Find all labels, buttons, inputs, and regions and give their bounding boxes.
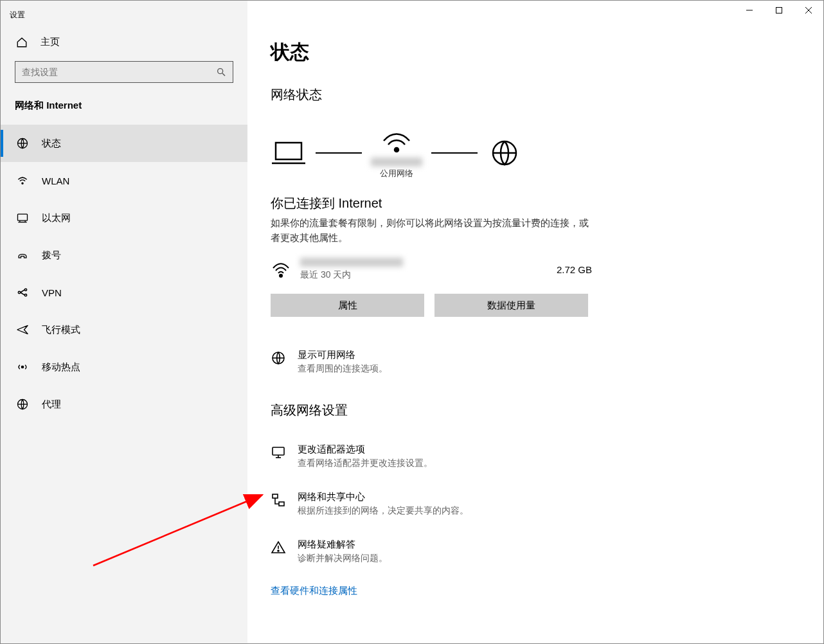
sidebar-section-header: 网络和 Internet [1, 94, 247, 120]
globe-icon [16, 137, 29, 150]
home-label: 主页 [40, 36, 60, 48]
titlebar [735, 1, 823, 20]
svg-point-11 [24, 294, 26, 296]
home-icon [16, 37, 28, 48]
svg-rect-33 [279, 502, 284, 506]
nav-label: 拨号 [42, 249, 61, 262]
show-networks-item[interactable]: 显示可用网络 查看周围的连接选项。 [271, 343, 605, 381]
properties-button[interactable]: 属性 [271, 294, 424, 317]
action-title: 网络和共享中心 [298, 491, 469, 503]
svg-point-35 [278, 550, 279, 551]
airplane-icon [16, 323, 29, 336]
diagram-line [316, 152, 362, 154]
action-title: 网络疑难解答 [298, 539, 388, 551]
wifi-icon [379, 127, 415, 155]
advanced-title: 高级网络设置 [271, 397, 823, 429]
action-title: 更改适配器选项 [298, 443, 433, 456]
maximize-button[interactable] [764, 1, 794, 20]
svg-line-13 [21, 292, 25, 295]
wifi-icon [16, 174, 29, 187]
ssid-blurred [300, 258, 403, 267]
usage-range: 最近 30 天内 [300, 268, 548, 281]
action-title: 显示可用网络 [298, 349, 388, 361]
svg-rect-21 [276, 143, 301, 159]
search-box[interactable] [15, 61, 233, 83]
nav-label: 状态 [42, 138, 61, 150]
close-button[interactable] [794, 1, 823, 20]
data-usage-button[interactable]: 数据使用量 [434, 294, 588, 317]
diagram-line [431, 152, 478, 154]
nav-item-ethernet[interactable]: 以太网 [1, 199, 247, 237]
main-content: 状态 网络状态 公用网络 你已连接到 Internet 如果你的流量套餐有限制，… [247, 1, 823, 643]
search-input[interactable] [22, 67, 216, 77]
nav-item-airplane[interactable]: 飞行模式 [1, 311, 247, 348]
adapter-options-item[interactable]: 更改适配器选项 查看网络适配器并更改连接设置。 [271, 437, 605, 476]
svg-point-4 [22, 183, 23, 184]
nav-item-wlan[interactable]: WLAN [1, 162, 247, 199]
ethernet-icon [16, 211, 29, 224]
nav-label: 飞行模式 [42, 324, 80, 336]
network-status-title: 网络状态 [271, 81, 823, 114]
diagram-wifi: 公用网络 [371, 127, 422, 179]
network-type: 公用网络 [380, 168, 413, 179]
action-desc: 诊断并解决网络问题。 [298, 551, 388, 564]
svg-point-9 [18, 291, 20, 293]
network-icon [271, 492, 286, 508]
nav-label: 以太网 [42, 212, 71, 224]
app-title: 设置 [1, 6, 247, 30]
connected-title: 你已连接到 Internet [271, 179, 823, 212]
ssid-blurred [371, 157, 422, 166]
monitor-icon [271, 445, 286, 460]
svg-point-14 [21, 366, 23, 368]
sharing-center-item[interactable]: 网络和共享中心 根据所连接到的网络，决定要共享的内容。 [271, 485, 605, 523]
nav-item-dialup[interactable]: 拨号 [1, 237, 247, 274]
nav-label: 代理 [42, 398, 61, 411]
nav-item-vpn[interactable]: VPN [1, 274, 247, 311]
svg-line-12 [21, 290, 25, 292]
nav-label: VPN [42, 287, 62, 298]
hardware-link[interactable]: 查看硬件和连接属性 [271, 585, 823, 597]
svg-rect-18 [776, 8, 782, 13]
svg-point-23 [395, 148, 399, 152]
sidebar: 设置 主页 网络和 Internet 状态 WLAN [1, 1, 247, 643]
globe-icon [271, 350, 286, 366]
dialup-icon [16, 249, 29, 262]
action-desc: 根据所连接到的网络，决定要共享的内容。 [298, 503, 469, 517]
globe-icon [487, 139, 523, 167]
home-button[interactable]: 主页 [1, 30, 247, 55]
svg-point-10 [24, 289, 26, 291]
nav-item-proxy[interactable]: 代理 [1, 386, 247, 423]
minimize-button[interactable] [735, 1, 764, 20]
proxy-icon [16, 398, 29, 411]
action-desc: 查看周围的连接选项。 [298, 361, 388, 375]
diagram-pc [271, 139, 307, 167]
search-icon [216, 67, 226, 77]
nav-item-hotspot[interactable]: 移动热点 [1, 348, 247, 386]
troubleshoot-item[interactable]: 网络疑难解答 诊断并解决网络问题。 [271, 532, 605, 571]
svg-point-26 [280, 274, 282, 277]
nav-list: 状态 WLAN 以太网 拨号 VPN 飞行模式 [1, 120, 247, 423]
wifi-icon [271, 259, 291, 280]
connected-desc: 如果你的流量套餐有限制，则你可以将此网络设置为按流量计费的连接，或者更改其他属性… [271, 212, 592, 245]
svg-rect-29 [273, 447, 284, 455]
svg-rect-32 [273, 494, 278, 498]
connection-row: 最近 30 天内 2.72 GB [271, 245, 592, 281]
data-usage-value: 2.72 GB [557, 264, 592, 275]
vpn-icon [16, 286, 29, 299]
hotspot-icon [16, 361, 29, 373]
nav-label: WLAN [42, 175, 69, 186]
svg-rect-5 [18, 214, 28, 220]
svg-point-0 [218, 69, 223, 74]
diagram-internet [487, 139, 523, 167]
laptop-icon [271, 139, 307, 167]
nav-label: 移动热点 [42, 361, 80, 373]
svg-line-1 [222, 73, 225, 76]
action-desc: 查看网络适配器并更改连接设置。 [298, 456, 433, 469]
warning-icon [271, 540, 286, 555]
nav-item-status[interactable]: 状态 [1, 125, 247, 162]
network-diagram: 公用网络 [271, 114, 823, 179]
